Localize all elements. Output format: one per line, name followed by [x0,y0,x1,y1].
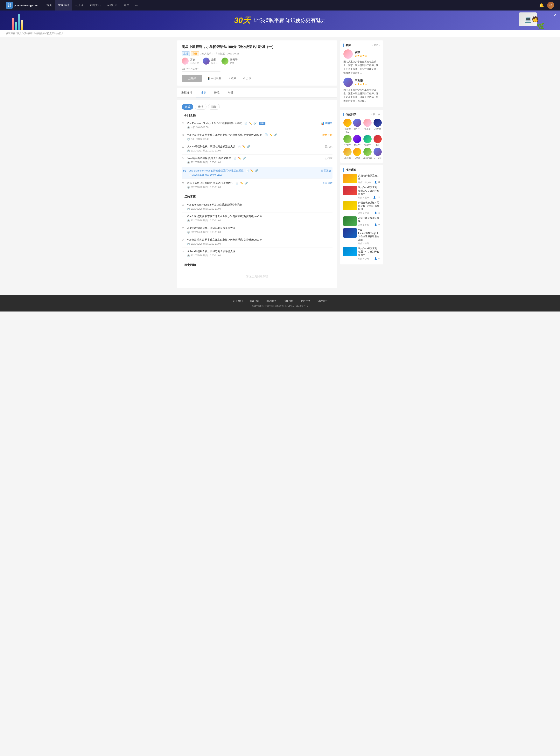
next-teacher-btn[interactable]: › [379,44,380,47]
lesson-doc-icon-4[interactable]: 📄 [246,169,249,172]
teacher-sidebar-name-1[interactable]: 宋利坚 [355,79,367,82]
classmate-6[interactable]: 1867** [363,135,372,146]
lesson-share-icon-3[interactable]: 🔗 [243,157,246,160]
classmate-5[interactable]: 1567** [353,135,361,146]
lesson-doc-icon-3[interactable]: 📄 [233,157,237,160]
refresh-button[interactable]: ↻ 换一换 [371,113,380,116]
sub-tab-record[interactable]: 录播 [195,104,206,110]
classmate-10[interactable]: Summers [363,148,372,160]
prev-teacher-btn[interactable]: ‹ [372,44,373,47]
sub-tab-offline[interactable]: 面授 [208,104,220,110]
footer-link-sitemap[interactable]: 网站地图 [266,299,277,303]
tab-catalog[interactable]: 目录 [196,88,210,97]
notification-icon[interactable]: 🔔 [539,3,544,7]
collect-button[interactable]: ☆ 收藏 [226,76,238,81]
teacher-sidebar-name-0[interactable]: 罗静 [355,51,367,54]
lesson-doc-icon-2[interactable]: 📄 [238,145,241,148]
nav-item-news[interactable]: 新闻资讯 [86,0,104,11]
buy-button[interactable]: 已购买 [182,75,202,82]
future-title-1[interactable]: Vue全家桶实战 从零独立开发企业级小米电商系统(免费升级Vue3.0) [187,215,333,218]
teacher-sidebar-desc-1: 国内某重点大学安全工程专业硕士，国家一级注册消防工程师、注册安全工程师、级注册建… [343,88,380,103]
footer-link-agent[interactable]: 加盟代理 [249,299,260,303]
classmate-8[interactable]: 小熊熊 [343,148,352,160]
rec-item-0[interactable]: 高级电商全线系统大课 讲师：张小锋 👤 34 [343,174,380,184]
classmate-9[interactable]: 大笨狼 [353,148,361,160]
lesson-time-0: 🕐今日 10:00-11:00 [182,126,333,129]
classmate-0[interactable]: 化学教书... [343,119,352,133]
lesson-title-4[interactable]: Vue Element+Node.js开发企业通用管理后台系统 [188,169,243,172]
lesson-title-1[interactable]: Vue全家桶实战 从零独立开发企业级小米电商系统(免费升级Vue3.0) [187,133,262,136]
tab-review[interactable]: 评论 [210,88,224,97]
teacher-name-0[interactable]: 罗静 [190,58,199,61]
footer-sep-2: | [280,299,280,303]
tab-intro[interactable]: 课程介绍 [177,88,196,97]
lesson-share-icon-4[interactable]: 🔗 [255,169,258,172]
lesson-share-icon-2[interactable]: 🔗 [247,145,250,148]
breadcrumb-series[interactable]: 新媒体营销系列 [17,32,34,35]
lesson-title-5[interactable]: 跟随千万级项目从0到100全过程高效成长 [187,182,233,184]
recommended-card: 推荐课程 高级电商全线系统大课 讲师：张小锋 👤 34 玩转Java开发工具，精… [340,165,383,265]
footer-link-disclaimer[interactable]: 免责声明 [300,299,311,303]
classmate-4[interactable]: 1767** [343,135,352,146]
banner-close-button[interactable]: ✕ [554,13,557,17]
nav-item-qa[interactable]: 问答社区 [104,0,121,11]
user-avatar[interactable]: 我 [547,2,554,9]
rec-item-1[interactable]: 玩转Java开发工具，精通JUC，成为开发多面手 讲师：王峰 👤 123 [343,186,380,199]
rec-course-title-1: 玩转Java开发工具，精通JUC，成为开发多面手 [358,186,380,196]
classmate-2[interactable]: 张小田 [363,119,372,133]
classmate-name-0: 化学教书... [343,127,352,133]
logo[interactable]: 云朵课堂 yunduoketang.com [6,2,38,9]
teacher-avatar-2 [221,58,228,64]
future-title-4[interactable]: 从Java后端到全栈，高级电商全栈系统大课 [187,250,333,253]
classmate-3[interactable]: Charles [374,119,382,133]
lesson-edit-icon-0[interactable]: ✏️ [249,122,252,125]
lesson-material-badge-0[interactable]: 资料 [259,122,265,125]
lesson-edit-icon-1[interactable]: ✏️ [269,133,273,136]
lesson-share-icon-1[interactable]: 🔗 [274,133,277,136]
rec-item-5[interactable]: 玩转Java开发工具，精通JUC，成为开发多面手 讲师：岱田 👤 46 [343,247,380,260]
breadcrumb-sep-1: / [16,32,17,35]
footer-link-partner[interactable]: 合作伙伴 [283,299,294,303]
lesson-edit-icon-2[interactable]: ✏️ [242,145,245,148]
lesson-share-icon-5[interactable]: 🔗 [245,182,248,184]
rec-item-3[interactable]: 高级电商全线系统大课 讲师：冷峰 👤 46 [343,216,380,226]
lesson-doc-icon-0[interactable]: 📄 [244,122,247,125]
lesson-status-4[interactable]: 查看回放 [321,169,331,173]
lesson-edit-icon-4[interactable]: ✏️ [250,169,253,172]
share-button[interactable]: ⊙ 分享 [241,76,253,81]
teacher-name-1[interactable]: 凌莉 [211,58,218,61]
nav-item-home[interactable]: 首页 [43,0,55,11]
breadcrumb-discover[interactable]: 发现课程 [6,32,15,35]
classmate-7[interactable]: Bill [374,135,382,146]
sub-tabs: 直播 录播 面授 [182,104,333,110]
nav-item-open[interactable]: 公开课 [72,0,86,11]
rec-item-2[interactable]: 前端全栈加强版！前端全栈+全周期+多维应用 讲师：岱田 👤 56 [343,201,380,214]
lesson-share-icon-0[interactable]: 🔗 [253,122,257,125]
course-header-card: 明星中教授课，小学阶段语法100分–强化级第1讲动词（一） 直播 录播 246人… [177,40,337,85]
future-title-2[interactable]: 从Java后端到全栈，高级电商全栈系统大课 [187,226,333,230]
classmate-11[interactable]: qq_天涯 [374,148,382,160]
lesson-status-5[interactable]: 查看回放 [322,181,333,185]
future-title-3[interactable]: Vue全家桶实战 从零独立开发企业级小米电商系统(免费升级Vue3.0) [187,238,333,241]
lesson-doc-icon-1[interactable]: 📄 [265,133,268,136]
nav-item-questions[interactable]: 题库 [121,0,133,11]
classmate-1[interactable]: 1567** [353,119,361,133]
lesson-edit-icon-3[interactable]: ✏️ [238,157,241,160]
future-title-0[interactable]: Vue Element+Node.js开发企业通用管理后台系统 [187,203,333,206]
footer-link-recruit[interactable]: 招资纳士 [317,299,327,303]
nav-item-discover[interactable]: 发现课程 [55,0,72,11]
lesson-title-2[interactable]: 从Java后端到全栈，高级电商全栈系统大课 [187,145,235,148]
sub-tab-live[interactable]: 直播 [182,104,193,110]
rec-item-4[interactable]: Vue Element+Node.js开发企业通用管理后台系统 讲师：张田 [343,228,380,245]
rec-course-title-5: 玩转Java开发工具，精通JUC，成为开发多面手 [358,247,380,257]
footer-link-about[interactable]: 关于我们 [233,299,243,303]
lesson-title-0[interactable]: Vue Element+Node.js开发企业通用管理后台系统 [187,122,242,125]
lesson-doc-icon-5[interactable]: 📄 [236,182,239,184]
teacher-name-2[interactable]: 青青平 [230,58,238,61]
mobile-watch-button[interactable]: 📱 手机观看 [205,76,223,81]
nav-more[interactable]: ··· [133,0,140,11]
lesson-edit-icon-5[interactable]: ✏️ [240,182,243,184]
tab-qa[interactable]: 问答 [224,88,237,97]
footer-copyright: Copyright© 云朵学院 版权所有 京ICP备17051340号-1 [6,304,554,307]
lesson-title-3[interactable]: Java项目面试实操 提升大厂面试成功率 [187,157,231,160]
